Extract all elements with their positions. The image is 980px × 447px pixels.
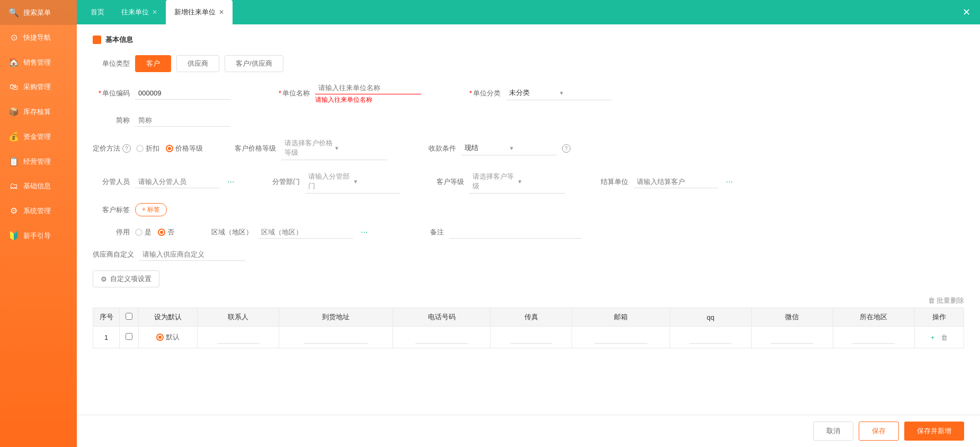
radio-discount-circle: [136, 145, 144, 152]
basic-icon: 🗂: [8, 181, 19, 191]
tab-home[interactable]: 首页: [82, 0, 113, 24]
sidebar-item-quick[interactable]: ⊙ 快捷导航: [0, 25, 77, 50]
section-icon: [93, 36, 101, 44]
row-default: 默认: [139, 327, 198, 348]
col-email: 邮箱: [572, 308, 670, 327]
supplier-custom-input[interactable]: [139, 248, 245, 261]
pricing-label: 定价方法 ?: [93, 144, 131, 153]
settlement-more-btn[interactable]: ···: [724, 177, 735, 187]
unit-name-label: 单位名称: [273, 89, 310, 98]
radio-disable-no[interactable]: 否: [158, 227, 174, 237]
manager-input[interactable]: [135, 176, 220, 188]
tab-partners-close[interactable]: ✕: [152, 8, 157, 16]
custom-settings-button[interactable]: ⚙ 自定义项设置: [93, 270, 159, 287]
payment-terms-select[interactable]: 现结 ▼: [461, 141, 557, 155]
batch-delete-icon: 🗑: [928, 296, 935, 304]
payment-help-icon[interactable]: ?: [562, 144, 571, 153]
dept-select[interactable]: 请输入分管部门 ▼: [305, 170, 400, 194]
tab-partners[interactable]: 往来单位 ✕: [113, 0, 166, 24]
save-button[interactable]: 保存: [859, 422, 899, 441]
customer-level-select[interactable]: 请选择客户等级 ▼: [469, 170, 565, 194]
row-default-radio[interactable]: 默认: [144, 332, 192, 342]
disable-radio-group: 是 否: [135, 227, 174, 237]
sidebar-item-search[interactable]: 🔍 搜索菜单: [0, 0, 77, 25]
sidebar-item-guide[interactable]: 🔰 新手引导: [0, 223, 77, 248]
row-checkbox[interactable]: [120, 327, 139, 348]
customer-level-dropdown-icon: ▼: [517, 179, 562, 185]
region-input[interactable]: [258, 226, 353, 239]
price-level-dropdown-icon: ▼: [334, 145, 384, 151]
disable-label: 停用: [93, 227, 130, 237]
manager-more-btn[interactable]: ···: [225, 177, 236, 187]
type-btn-both[interactable]: 客户/供应商: [225, 55, 283, 72]
sidebar-item-operation[interactable]: 📋 经营管理: [0, 149, 77, 174]
row-select-checkbox[interactable]: [126, 333, 132, 340]
unit-name-input[interactable]: [315, 82, 421, 94]
sidebar-item-basic[interactable]: 🗂 基础信息: [0, 174, 77, 198]
global-close-button[interactable]: ✕: [958, 6, 975, 18]
row-region[interactable]: [833, 327, 914, 348]
pricing-help-icon[interactable]: ?: [122, 144, 131, 153]
row-address[interactable]: [279, 327, 393, 348]
batch-delete-btn[interactable]: 🗑 批量删除: [93, 296, 964, 305]
row-contact[interactable]: [198, 327, 279, 348]
settings-gear-icon: ⚙: [101, 275, 107, 283]
radio-no-circle: [158, 229, 165, 236]
pricing-row: 定价方法 ? 折扣 价格等级 客户价格等级 请选择客户价格等级 ▼: [93, 136, 964, 160]
row-action: + 🗑: [914, 327, 964, 348]
remark-input[interactable]: [449, 226, 582, 239]
quick-icon: ⊙: [8, 32, 19, 42]
unit-code-input[interactable]: [135, 87, 230, 100]
row-phone[interactable]: [393, 327, 491, 348]
radio-discount[interactable]: 折扣: [136, 144, 159, 153]
sidebar-item-sales[interactable]: 🏠 销售管理: [0, 50, 77, 75]
row-add-btn[interactable]: +: [931, 334, 935, 341]
tag-label: 客户标签: [93, 205, 130, 215]
sidebar-item-inventory[interactable]: 📦 库存核算: [0, 99, 77, 124]
row-delete-btn[interactable]: 🗑: [941, 334, 948, 341]
inventory-icon: 📦: [8, 107, 19, 117]
unit-category-label: 单位分类: [464, 89, 501, 98]
row-fax[interactable]: [491, 327, 572, 348]
system-icon: ⚙: [8, 206, 19, 216]
tag-add-button[interactable]: + 标签: [135, 203, 167, 216]
region-label: 区域（地区）: [211, 227, 253, 237]
col-num: 序号: [93, 308, 120, 327]
customer-level-label: 客户等级: [427, 177, 464, 187]
code-name-row: 单位编码 单位名称 请输入往来单位名称 单位分类 未分类 ▼: [93, 82, 964, 104]
cancel-button[interactable]: 取消: [813, 422, 853, 441]
section-title: 基本信息: [93, 35, 964, 45]
col-qq: qq: [670, 308, 751, 327]
sidebar-item-finance[interactable]: 💰 资金管理: [0, 124, 77, 149]
col-wechat: 微信: [751, 308, 833, 327]
select-all-checkbox[interactable]: [126, 313, 132, 320]
tab-new-partner[interactable]: 新增往来单位 ✕: [166, 0, 233, 24]
radio-price-level[interactable]: 价格等级: [166, 144, 203, 153]
tab-new-partner-close[interactable]: ✕: [219, 8, 224, 16]
sidebar: 🔍 搜索菜单 ⊙ 快捷导航 🏠 销售管理 🛍 采购管理 📦 库存核算 💰 资金管…: [0, 0, 77, 447]
sidebar-item-purchase[interactable]: 🛍 采购管理: [0, 75, 77, 99]
short-name-input[interactable]: [135, 114, 230, 127]
settlement-input[interactable]: [634, 176, 718, 188]
customer-price-level-label: 客户价格等级: [235, 144, 276, 153]
radio-price-level-circle: [166, 145, 173, 152]
unit-category-select[interactable]: 未分类 ▼: [506, 86, 612, 100]
tab-bar: 首页 往来单位 ✕ 新增往来单位 ✕ ✕: [77, 0, 980, 24]
search-icon: 🔍: [8, 7, 19, 17]
sidebar-item-system[interactable]: ⚙ 系统管理: [0, 198, 77, 223]
type-btn-customer[interactable]: 客户: [135, 55, 171, 72]
row-wechat[interactable]: [751, 327, 833, 348]
col-action: 操作: [914, 308, 964, 327]
manager-row: 分管人员 ··· 分管部门 请输入分管部门 ▼ 客户等级 请选择客户等级 ▼ 结…: [93, 170, 964, 194]
row-email[interactable]: [572, 327, 670, 348]
customer-price-level-select[interactable]: 请选择客户价格等级 ▼: [281, 136, 387, 160]
radio-disable-yes[interactable]: 是: [135, 227, 152, 237]
region-more-btn[interactable]: ···: [359, 227, 370, 237]
supplier-custom-row: 供应商自定义: [93, 248, 964, 261]
col-region: 所在地区: [833, 308, 914, 327]
save-new-button[interactable]: 保存并新增: [904, 422, 964, 441]
unit-type-label: 单位类型: [93, 59, 130, 68]
main-area: 首页 往来单位 ✕ 新增往来单位 ✕ ✕ 基本信息 单位类型 客户 供应商 客户…: [77, 0, 980, 447]
type-btn-supplier[interactable]: 供应商: [176, 55, 219, 72]
row-qq[interactable]: [670, 327, 751, 348]
